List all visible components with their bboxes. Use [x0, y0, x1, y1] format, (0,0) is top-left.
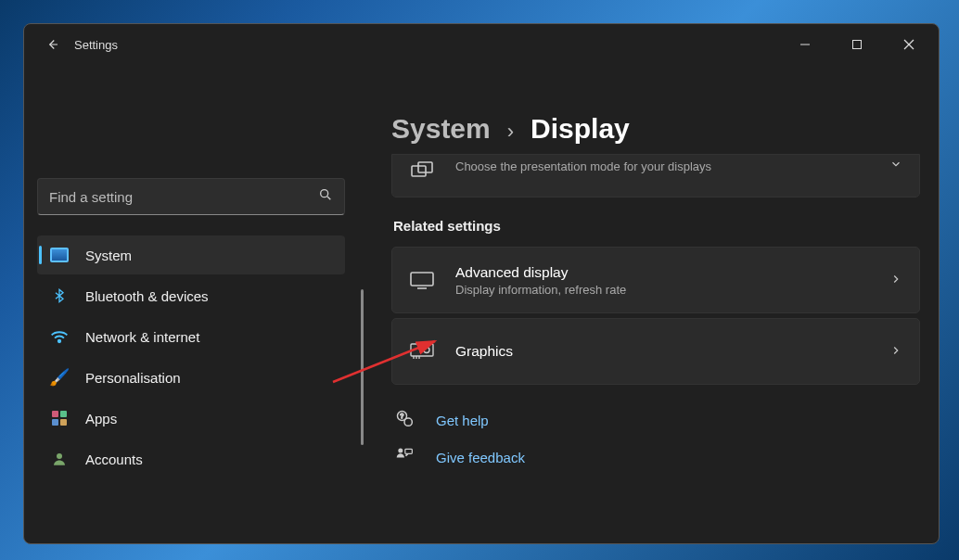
graphics-card-icon — [409, 338, 435, 364]
close-icon — [903, 39, 914, 50]
help-links: ? Get help Give feedback — [391, 409, 933, 468]
window-controls — [792, 32, 931, 57]
svg-point-4 — [321, 190, 328, 197]
chevron-right-icon: › — [507, 120, 514, 144]
give-feedback-link[interactable]: Give feedback — [391, 446, 933, 468]
sidebar-item-label: Apps — [85, 411, 117, 426]
feedback-icon — [395, 446, 416, 468]
main-content: System › Display Choose the presentation… — [358, 65, 939, 543]
breadcrumb-current: Display — [531, 113, 630, 145]
monitor-icon — [50, 246, 69, 264]
svg-point-18 — [404, 418, 412, 426]
sidebar-item-label: Bluetooth & devices — [85, 288, 209, 304]
arrow-left-icon — [44, 36, 60, 53]
display-icon — [409, 267, 435, 293]
setting-row-multiple-displays[interactable]: Choose the presentation mode for your di… — [391, 154, 920, 197]
sidebar-item-personalisation[interactable]: 🖌️ Personalisation — [37, 358, 345, 397]
breadcrumb: System › Display — [391, 113, 933, 145]
sidebar-item-label: System — [85, 248, 132, 263]
svg-rect-1 — [853, 41, 862, 49]
setting-row-graphics[interactable]: Graphics — [391, 318, 920, 385]
search-input[interactable] — [49, 189, 318, 205]
minimize-icon — [799, 39, 811, 50]
sidebar-item-network[interactable]: Network & internet — [37, 317, 345, 356]
wifi-icon — [50, 327, 69, 346]
link-label[interactable]: Get help — [436, 413, 489, 428]
svg-point-20 — [398, 449, 403, 453]
breadcrumb-parent[interactable]: System — [391, 113, 491, 145]
get-help-link[interactable]: ? Get help — [391, 409, 933, 431]
sidebar-item-apps[interactable]: Apps — [37, 399, 345, 438]
svg-rect-10 — [411, 273, 433, 286]
setting-row-advanced-display[interactable]: Advanced display Display information, re… — [391, 247, 920, 313]
sidebar-item-accounts[interactable]: Accounts — [37, 439, 345, 478]
app-title: Settings — [74, 38, 118, 52]
search-box[interactable] — [37, 178, 345, 215]
maximize-button[interactable] — [844, 32, 870, 57]
brush-icon: 🖌️ — [50, 368, 69, 387]
section-heading-related: Related settings — [393, 218, 933, 234]
help-icon: ? — [395, 409, 416, 431]
close-button[interactable] — [896, 32, 922, 57]
chevron-down-icon — [889, 158, 902, 173]
sidebar-item-label: Accounts — [85, 452, 143, 467]
chevron-right-icon — [889, 344, 902, 360]
back-button[interactable] — [37, 30, 67, 59]
sidebar-item-label: Personalisation — [85, 370, 181, 386]
link-label[interactable]: Give feedback — [436, 450, 525, 465]
apps-icon — [50, 409, 69, 427]
svg-point-7 — [57, 453, 62, 459]
setting-row-subtitle: Display information, refresh rate — [455, 283, 869, 297]
svg-text:?: ? — [400, 413, 403, 419]
sidebar: System Bluetooth & devices Network & int… — [24, 65, 358, 543]
nav: System Bluetooth & devices Network & int… — [37, 235, 345, 478]
sidebar-item-label: Network & internet — [85, 329, 199, 345]
svg-rect-21 — [405, 449, 413, 453]
minimize-button[interactable] — [792, 32, 818, 57]
chevron-right-icon — [889, 273, 902, 288]
svg-point-6 — [58, 340, 61, 343]
sidebar-item-system[interactable]: System — [37, 235, 345, 274]
setting-row-title: Advanced display — [455, 264, 869, 281]
duplicate-displays-icon — [409, 158, 435, 184]
sidebar-item-bluetooth[interactable]: Bluetooth & devices — [37, 276, 345, 315]
bluetooth-icon — [50, 286, 69, 305]
svg-point-16 — [424, 348, 429, 353]
maximize-icon — [851, 39, 863, 50]
titlebar: Settings — [24, 24, 939, 65]
setting-row-title: Graphics — [455, 343, 869, 360]
settings-window: Settings Sy — [23, 23, 940, 544]
person-icon — [50, 450, 69, 468]
svg-line-5 — [327, 197, 330, 199]
search-icon — [318, 187, 333, 206]
setting-row-subtitle: Choose the presentation mode for your di… — [455, 159, 869, 173]
